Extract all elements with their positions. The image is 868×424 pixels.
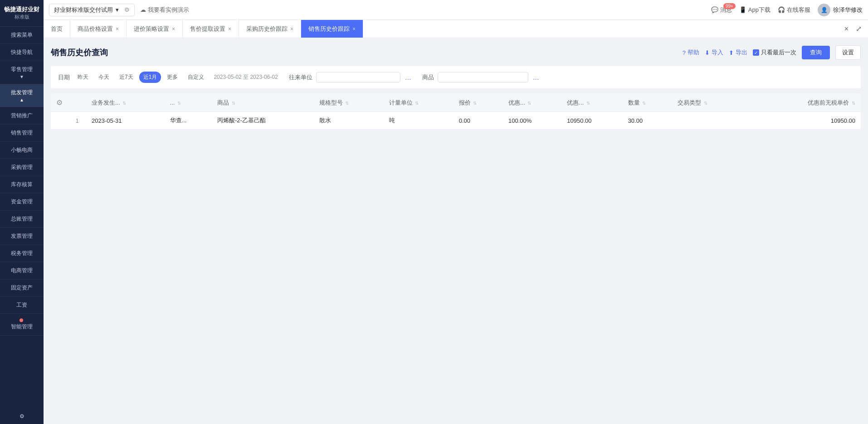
date-btn-1month[interactable]: 近1月 xyxy=(139,72,161,83)
messages-btn[interactable]: 💬 消息 99+ xyxy=(711,6,732,14)
date-btn-today[interactable]: 今天 xyxy=(94,72,113,83)
settings-button[interactable]: 设置 xyxy=(835,45,861,60)
export-link[interactable]: ⬆ 导出 xyxy=(729,48,747,57)
date-btn-7days[interactable]: 近7天 xyxy=(115,72,137,83)
from-unit-more-btn[interactable]: … xyxy=(405,74,411,81)
th-goods[interactable]: 商品 ⇅ xyxy=(212,94,314,112)
sidebar-item-wholesale[interactable]: 批发管理 ▲ xyxy=(0,84,44,107)
th-biz-date[interactable]: 业务发生... ⇅ xyxy=(86,94,165,112)
th-unit[interactable]: 计量单位 ⇅ xyxy=(384,94,454,112)
import-link[interactable]: ⬇ 导入 xyxy=(705,48,723,57)
sort-icon: ⇅ xyxy=(345,101,349,106)
date-btn-more[interactable]: 更多 xyxy=(163,72,182,83)
th-label: 数量 xyxy=(628,99,640,106)
only-last-checkbox[interactable]: ✓ 只看最后一次 xyxy=(753,48,796,57)
chevron-down-icon: ▾ xyxy=(116,6,119,13)
table-body: 1 2023-05-31 华查... 丙烯酸-2-乙基己酯 散水 吨 0.00 … xyxy=(51,112,861,130)
th-more[interactable]: ... ⇅ xyxy=(165,94,212,112)
date-btn-custom[interactable]: 自定义 xyxy=(184,72,208,83)
demo-link[interactable]: ☁ 我要看实例演示 xyxy=(140,6,189,14)
th-price[interactable]: 报价 ⇅ xyxy=(454,94,503,112)
sidebar-item-tax[interactable]: 税务管理 xyxy=(0,245,44,262)
topbar: 好业财标准版交付试用 ▾ ⚙ ☁ 我要看实例演示 💬 消息 99+ 📱 App下… xyxy=(44,0,868,20)
main-area: 好业财标准版交付试用 ▾ ⚙ ☁ 我要看实例演示 💬 消息 99+ 📱 App下… xyxy=(44,0,868,424)
sidebar-item-payroll[interactable]: 工资 xyxy=(0,297,44,314)
checkbox-icon: ✓ xyxy=(753,49,759,56)
smart-dot-icon xyxy=(20,318,23,322)
sidebar-item-label: 零售管理 xyxy=(11,66,33,73)
th-label: 优惠前无税单价 xyxy=(808,99,849,106)
sidebar-item-inventory[interactable]: 库存核算 xyxy=(0,176,44,193)
close-icon[interactable]: × xyxy=(352,26,356,32)
question-icon: ? xyxy=(683,49,686,56)
tab-purchase-strategy[interactable]: 进价策略设置 × xyxy=(127,20,183,38)
app-download-label: App下载 xyxy=(748,6,770,14)
close-icon[interactable]: × xyxy=(116,26,119,32)
import-icon: ⬇ xyxy=(705,49,710,56)
sidebar-item-invoice[interactable]: 发票管理 xyxy=(0,228,44,245)
td-num: 1 xyxy=(68,112,86,130)
sidebar-item-sales[interactable]: 销售管理 xyxy=(0,125,44,142)
sidebar-item-xiaochangec[interactable]: 小畅电商 xyxy=(0,142,44,159)
tab-purchase-history[interactable]: 采购历史价跟踪 × xyxy=(239,20,301,38)
tab-sale-history[interactable]: 销售历史价跟踪 × xyxy=(301,20,363,38)
sidebar-item-purchase[interactable]: 采购管理 xyxy=(0,159,44,176)
sidebar-item-finance[interactable]: 资金管理 xyxy=(0,193,44,211)
gear-icon: ⚙ xyxy=(20,413,24,419)
sidebar-item-label: 税务管理 xyxy=(11,250,33,257)
sidebar-item-label: 工资 xyxy=(16,301,27,309)
from-unit-input-wrap[interactable] xyxy=(316,72,400,82)
user-menu[interactable]: 👤 徐泽华修改 xyxy=(818,4,863,16)
expand-tab-btn[interactable]: ⤢ xyxy=(853,24,864,34)
th-label: 交易类型 xyxy=(678,99,701,106)
sidebar-item-ecommerce[interactable]: 电商管理 xyxy=(0,262,44,279)
goods-input-wrap[interactable] xyxy=(438,72,528,82)
version-select[interactable]: 好业财标准版交付试用 ▾ ⚙ xyxy=(49,4,135,16)
sidebar-item-label: 电商管理 xyxy=(11,267,33,275)
sidebar-item-smart[interactable]: 智能管理 xyxy=(0,314,44,336)
date-btn-yesterday[interactable]: 昨天 xyxy=(73,72,93,83)
export-label: 导出 xyxy=(736,48,747,57)
sidebar-item-search[interactable]: 搜索菜单 xyxy=(0,27,44,44)
sidebar-item-assets[interactable]: 固定资产 xyxy=(0,279,44,297)
app-name: 畅捷通好业财 xyxy=(4,5,39,14)
sort-icon: ⇅ xyxy=(122,101,126,106)
from-unit-input[interactable] xyxy=(320,74,396,81)
td-gear xyxy=(51,112,68,130)
app-download-btn[interactable]: 📱 App下载 xyxy=(739,6,770,14)
sidebar-settings[interactable]: ⚙ xyxy=(0,409,44,424)
th-discount1[interactable]: 优惠... ⇅ xyxy=(503,94,561,112)
sort-icon: ⇅ xyxy=(232,101,235,106)
th-discount2[interactable]: 优惠... ⇅ xyxy=(561,94,622,112)
tab-price-settings[interactable]: 商品价格设置 × xyxy=(70,20,127,38)
settings-icon[interactable]: ⚙ xyxy=(124,6,130,13)
sidebar-item-retail[interactable]: 零售管理 ▼ xyxy=(0,61,44,84)
goods-more-btn[interactable]: … xyxy=(533,74,539,81)
sort-icon: ⇅ xyxy=(177,101,181,106)
cloud-icon: ☁ xyxy=(140,6,146,13)
query-button[interactable]: 查询 xyxy=(802,46,830,59)
user-name: 徐泽华修改 xyxy=(833,6,863,14)
goods-input[interactable] xyxy=(442,74,524,81)
column-settings-icon[interactable]: ⚙ xyxy=(56,99,63,106)
th-spec[interactable]: 规格型号 ⇅ xyxy=(314,94,384,112)
th-pretax-price[interactable]: 优惠前无税单价 ⇅ xyxy=(761,94,861,112)
page-content: 销售历史价查询 ? 帮助 ⬇ 导入 ⬆ 导出 ✓ 只看最后一次 查 xyxy=(44,38,868,424)
close-tab-btn[interactable]: × xyxy=(842,24,851,34)
avatar: 👤 xyxy=(818,4,830,16)
sidebar-item-marketing[interactable]: 营销推广 xyxy=(0,107,44,125)
td-more: 华查... xyxy=(165,112,212,130)
tab-sale-extract[interactable]: 售价提取设置 × xyxy=(183,20,239,38)
close-icon[interactable]: × xyxy=(290,26,293,32)
close-icon[interactable]: × xyxy=(172,26,175,32)
th-qty[interactable]: 数量 ⇅ xyxy=(623,94,672,112)
tab-home[interactable]: 首页 xyxy=(44,20,70,38)
th-trade-type[interactable]: 交易类型 ⇅ xyxy=(672,94,742,112)
sidebar-item-ledger[interactable]: 总账管理 xyxy=(0,211,44,228)
td-goods: 丙烯酸-2-乙基己酯 xyxy=(212,112,314,130)
close-icon[interactable]: × xyxy=(228,26,231,32)
tab-label: 销售历史价跟踪 xyxy=(308,25,350,33)
online-service-btn[interactable]: 🎧 在线客服 xyxy=(778,6,810,14)
help-link[interactable]: ? 帮助 xyxy=(683,48,699,57)
sidebar-item-quicknav[interactable]: 快捷导航 xyxy=(0,44,44,61)
